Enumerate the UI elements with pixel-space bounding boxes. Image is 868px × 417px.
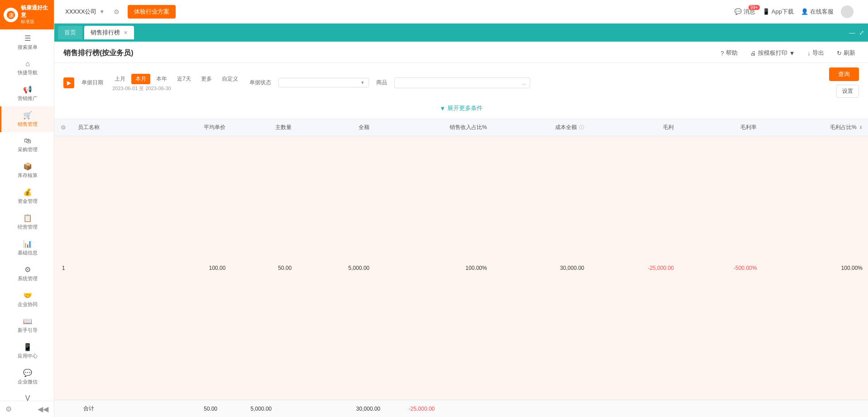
- td-avg_price: 100.00: [152, 136, 231, 400]
- page-header: 销售排行榜(按业务员) ? 帮助 🖨 按模板打印 ▼ ↓ 导出 ↻ 刷新: [54, 42, 868, 63]
- filter-actions: 查询 设置: [829, 67, 859, 98]
- app-download-button[interactable]: 📱 App下载: [762, 8, 794, 16]
- online-service-button[interactable]: 👤 在线客服: [801, 8, 834, 16]
- message-icon: 💬: [734, 8, 742, 15]
- nav-label: 企业协同: [18, 301, 38, 308]
- sidebar-item-企业微信[interactable]: 💬 企业微信: [0, 364, 54, 390]
- th-cost: 成本全额 ⓘ: [492, 119, 590, 136]
- goods-filter-label: 商品: [376, 79, 387, 86]
- date-tabs: 上月 本月 本年 近7天 更多 自定义: [110, 74, 242, 84]
- expand-icon: ▼: [440, 105, 446, 112]
- tab-home[interactable]: 首页: [58, 26, 82, 39]
- date-tab-last-month[interactable]: 上月: [110, 74, 129, 84]
- export-icon: ↓: [808, 50, 811, 57]
- sidebar-item-快捷导航[interactable]: ⌂ 快捷导航: [0, 55, 54, 81]
- expand-filters-button[interactable]: ▼ 展开更多条件: [440, 102, 483, 114]
- cost-help-icon[interactable]: ⓘ: [579, 125, 584, 130]
- status-select[interactable]: ▼: [278, 78, 369, 87]
- td-profit_pct: 100.00%: [762, 136, 868, 400]
- nav-icon: 📦: [23, 162, 32, 171]
- top-bar: XXXXX公司 ▼ ⚙ 体验行业方案 💬 消息 99+ 📱 App下载 👤 在线…: [54, 0, 868, 24]
- td-sales_pct: 100.00%: [375, 136, 492, 400]
- help-button[interactable]: ? 帮助: [717, 47, 741, 59]
- help-label: 帮助: [726, 49, 738, 57]
- sidebar-item-应用中心[interactable]: 📱 应用中心: [0, 338, 54, 364]
- company-settings-icon[interactable]: ⚙: [114, 8, 120, 15]
- footer-cost: 30,000.00: [331, 406, 386, 412]
- date-tab-this-year[interactable]: 本年: [152, 74, 171, 84]
- company-selector[interactable]: XXXXX公司 ▼: [62, 6, 108, 18]
- trial-button[interactable]: 体验行业方案: [128, 5, 176, 19]
- td-amount: 5,000.00: [297, 136, 375, 400]
- date-tab-more[interactable]: 更多: [197, 74, 216, 84]
- window-minimize-icon[interactable]: —: [849, 29, 855, 36]
- date-tab-custom[interactable]: 自定义: [218, 74, 242, 84]
- nav-label: 快捷导航: [18, 69, 38, 76]
- sidebar-item-搜索菜单[interactable]: ☰ 搜索菜单: [0, 29, 54, 55]
- th-profit: 毛利: [590, 119, 679, 136]
- window-controls: — ⤢: [849, 29, 864, 36]
- sidebar-item-新手引导[interactable]: 📖 新手引导: [0, 312, 54, 338]
- table-row: 1100.0050.005,000.00100.00%30,000.00-25,…: [54, 136, 868, 400]
- date-range-text: 2023-06-01 至 2023-06-30: [112, 85, 242, 92]
- message-button[interactable]: 💬 消息 99+: [734, 8, 755, 16]
- td-index: 1: [54, 136, 72, 400]
- export-button[interactable]: ↓ 导出: [804, 47, 828, 59]
- td-profit: -25,000.00: [590, 136, 679, 400]
- logo-icon: 康: [4, 8, 18, 22]
- sidebar-item-基础信息[interactable]: 📊 基础信息: [0, 235, 54, 261]
- filter-collapse-btn[interactable]: ▶: [63, 77, 74, 88]
- tab-close-icon[interactable]: ✕: [124, 30, 128, 36]
- nav-icon: 🤝: [23, 291, 32, 300]
- sidebar-item-经营管理[interactable]: 📋 经营管理: [0, 209, 54, 235]
- sidebar-item-系统管理[interactable]: ⚙ 系统管理: [0, 261, 54, 287]
- status-select-arrow: ▼: [360, 80, 365, 85]
- print-button[interactable]: 🖨 按模板打印 ▼: [747, 47, 799, 59]
- nav-icon: 📋: [23, 214, 32, 222]
- sidebar-item-企业协同[interactable]: 🤝 企业协同: [0, 287, 54, 312]
- top-right-actions: 💬 消息 99+ 📱 App下载 👤 在线客服: [734, 5, 861, 18]
- date-tab-7days[interactable]: 近7天: [173, 74, 195, 84]
- collapse-icon[interactable]: ◀◀: [38, 405, 48, 413]
- window-maximize-icon[interactable]: ⤢: [859, 29, 864, 36]
- sidebar-footer: ⚙ ◀◀: [0, 401, 54, 417]
- sidebar-item-库存核算[interactable]: 📦 库存核算: [0, 158, 54, 183]
- svg-text:康: 康: [9, 12, 14, 18]
- table-settings-icon[interactable]: ⚙: [60, 124, 67, 131]
- filter-row-1: ▶ 单据日期 上月 本月 本年 近7天 更多 自定义 2023-06-01 至 …: [63, 67, 859, 98]
- refresh-button[interactable]: ↻ 刷新: [833, 47, 859, 59]
- nav-label: 经营管理: [18, 224, 38, 230]
- logo-sub: 标准版: [21, 19, 50, 25]
- footer-total-label: 合计: [78, 405, 132, 412]
- footer-amount: 5,000.00: [223, 406, 277, 412]
- settings-footer-icon[interactable]: ⚙: [5, 405, 12, 413]
- goods-more-dots[interactable]: ...: [522, 80, 526, 86]
- nav-label: 应用中心: [18, 353, 38, 359]
- tab-sales-ranking[interactable]: 销售排行榜 ✕: [84, 26, 134, 39]
- sidebar-item-畅会员[interactable]: V 畅会员: [0, 390, 54, 401]
- profit-pct-sort-icon[interactable]: ⬇: [859, 125, 863, 130]
- date-tab-this-month[interactable]: 本月: [131, 74, 150, 84]
- sidebar-item-采购管理[interactable]: 🛍 采购管理: [0, 132, 54, 158]
- sidebar-item-资金管理[interactable]: 💰 资金管理: [0, 183, 54, 209]
- print-label: 按模板打印: [758, 49, 787, 57]
- th-settings[interactable]: ⚙: [54, 119, 72, 136]
- nav-icon: ☰: [24, 34, 31, 43]
- company-name: XXXXX公司: [65, 8, 96, 16]
- footer-profit: -25,000.00: [386, 406, 440, 412]
- sidebar-item-销售管理[interactable]: 🛒 销售管理: [0, 106, 54, 132]
- settings-button[interactable]: 设置: [836, 85, 859, 98]
- nav-label: 企业微信: [18, 379, 38, 385]
- online-service-label: 在线客服: [810, 8, 834, 16]
- page-actions: ? 帮助 🖨 按模板打印 ▼ ↓ 导出 ↻ 刷新: [717, 47, 859, 59]
- user-avatar[interactable]: [841, 5, 854, 18]
- sidebar: 康 畅康通好生意 标准版 ☰ 搜索菜单 ⌂ 快捷导航 📢 营销推广 🛒 销售管理…: [0, 0, 54, 417]
- sidebar-item-营销推广[interactable]: 📢 营销推广: [0, 81, 54, 106]
- nav-label: 基础信息: [18, 249, 38, 256]
- nav-label: 搜索菜单: [18, 44, 38, 51]
- goods-select[interactable]: ...: [394, 77, 530, 88]
- th-name: 员工名称: [72, 119, 152, 136]
- sales-ranking-tab-label: 销售排行榜: [91, 29, 120, 37]
- query-button[interactable]: 查询: [829, 67, 859, 81]
- page-title: 销售排行榜(按业务员): [63, 48, 134, 58]
